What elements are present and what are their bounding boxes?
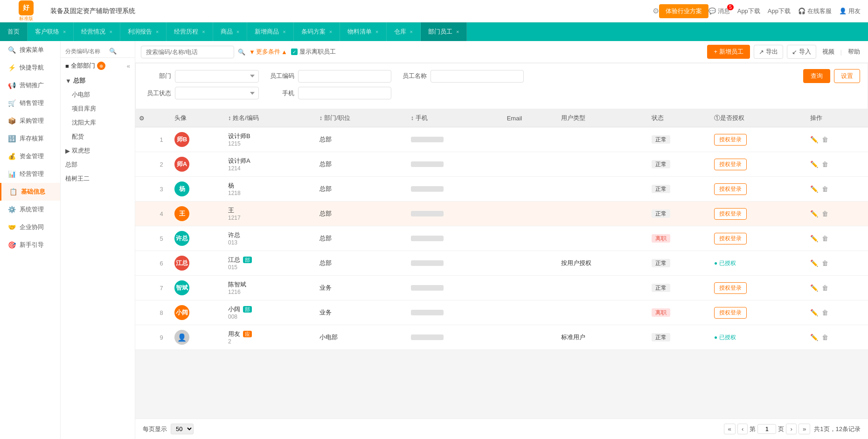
th-phone[interactable]: ↕ 手机 xyxy=(407,109,503,127)
delete-icon[interactable]: 🗑 xyxy=(822,259,828,267)
first-page-btn[interactable]: « xyxy=(724,424,736,434)
delete-icon[interactable]: 🗑 xyxy=(822,284,828,292)
add-employee-button[interactable]: + 新增员工 xyxy=(707,45,750,59)
sidebar-item-collab[interactable]: 🤝 企业协同 xyxy=(0,218,60,236)
dept-select[interactable] xyxy=(175,70,259,83)
tree-search-input[interactable] xyxy=(65,48,107,55)
gear-icon[interactable]: ⚙ xyxy=(653,7,659,15)
close-icon[interactable]: × xyxy=(156,29,159,35)
nav-tab-home[interactable]: 首页 xyxy=(0,22,28,41)
edit-icon[interactable]: ✏️ xyxy=(810,136,818,143)
sidebar-item-finance[interactable]: 💰 资金管理 xyxy=(0,147,60,165)
emp-name-input[interactable] xyxy=(431,70,524,83)
message-icon[interactable]: 💬 5 消息 xyxy=(708,7,730,15)
edit-icon[interactable]: ✏️ xyxy=(810,284,818,292)
delete-icon[interactable]: 🗑 xyxy=(822,309,828,316)
status-select[interactable] xyxy=(175,87,259,99)
close-icon[interactable]: × xyxy=(329,29,332,35)
nav-tab-goods[interactable]: 商品 × xyxy=(213,22,247,41)
auth-button[interactable]: 授权登录 xyxy=(714,233,747,244)
sidebar-item-system[interactable]: ⚙️ 系统管理 xyxy=(0,201,60,218)
tree-collapse-icon[interactable]: « xyxy=(127,63,130,70)
auth-button[interactable]: 授权登录 xyxy=(714,282,747,294)
edit-icon[interactable]: ✏️ xyxy=(810,210,818,217)
close-icon[interactable]: × xyxy=(456,29,459,35)
app-download-text[interactable]: App下载 xyxy=(768,7,791,15)
nav-tab-profit[interactable]: 利润报告 × xyxy=(120,22,167,41)
delete-icon[interactable]: 🗑 xyxy=(822,185,828,193)
tree-node-xiangmukufang[interactable]: 项目库房 xyxy=(61,102,135,116)
close-icon[interactable]: × xyxy=(283,29,285,35)
nav-tab-bom[interactable]: 物料清单 × xyxy=(340,22,386,41)
more-filter-btn[interactable]: ▼ 更多条件 ▲ xyxy=(249,48,287,56)
tree-node-shuanghu[interactable]: ▶ 双虎想 xyxy=(61,144,135,158)
tree-header[interactable]: ■ 全部部门 ⊕ « xyxy=(61,58,135,74)
video-link[interactable]: 视频 xyxy=(820,45,837,58)
tree-add-icon[interactable]: ⊕ xyxy=(97,62,105,70)
close-icon[interactable]: × xyxy=(109,29,112,35)
tree-search-icon[interactable]: 🔍 xyxy=(109,48,117,55)
nav-tab-history[interactable]: 经营历程 × xyxy=(167,22,213,41)
nav-tab-customer[interactable]: 客户联络 × xyxy=(28,22,74,41)
edit-icon[interactable]: ✏️ xyxy=(810,259,818,267)
delete-icon[interactable]: 🗑 xyxy=(822,235,828,242)
edit-icon[interactable]: ✏️ xyxy=(810,309,818,316)
close-icon[interactable]: × xyxy=(375,29,378,35)
phone-input[interactable] xyxy=(298,87,391,99)
sidebar-item-search[interactable]: 🔍 搜索菜单 xyxy=(0,41,60,59)
sidebar-item-guide[interactable]: 🎯 新手引导 xyxy=(0,236,60,254)
auth-button[interactable]: 授权登录 xyxy=(714,134,747,146)
sidebar-item-sales[interactable]: 🛒 销售管理 xyxy=(0,94,60,112)
sidebar-item-basic[interactable]: 📋 基础信息 xyxy=(0,183,60,201)
tree-node-peihuo[interactable]: 配货 xyxy=(61,130,135,144)
auth-button[interactable]: 授权登录 xyxy=(714,183,747,195)
sidebar-item-operation[interactable]: 📊 经营管理 xyxy=(0,165,60,183)
sidebar-item-inventory[interactable]: 🔢 库存核算 xyxy=(0,130,60,147)
tree-node-zhishu[interactable]: 植树王二 xyxy=(61,172,135,186)
tree-node-xiaodibu[interactable]: 小电部 xyxy=(61,88,135,102)
show-leaving-checkbox[interactable]: ✓ xyxy=(291,49,298,55)
user-avatar[interactable]: 👤 用友 xyxy=(839,7,861,15)
tree-node-zongbu[interactable]: ▼ 总部 xyxy=(61,74,135,88)
delete-icon[interactable]: 🗑 xyxy=(822,160,828,168)
th-settings[interactable]: ⚙ xyxy=(135,109,152,127)
show-leaving-toggle[interactable]: ✓ 显示离职员工 xyxy=(291,48,336,56)
page-size-select[interactable]: 50 xyxy=(171,424,194,434)
search-icon-filter[interactable]: 🔍 xyxy=(238,49,245,56)
edit-icon[interactable]: ✏️ xyxy=(810,160,818,168)
close-icon[interactable]: × xyxy=(410,29,413,35)
nav-tab-add-goods[interactable]: 新增商品 × xyxy=(247,22,293,41)
auth-button[interactable]: 授权登录 xyxy=(714,307,747,319)
emp-code-input[interactable] xyxy=(298,70,391,83)
th-name[interactable]: ↕ 姓名/编码 xyxy=(224,109,316,127)
edit-icon[interactable]: ✏️ xyxy=(810,334,818,341)
import-button[interactable]: ↙ 导入 xyxy=(787,45,816,59)
th-dept[interactable]: ↕ 部门/职位 xyxy=(316,109,407,127)
last-page-btn[interactable]: » xyxy=(799,424,810,434)
auth-button[interactable]: 授权登录 xyxy=(714,159,747,170)
next-page-btn[interactable]: › xyxy=(786,424,796,434)
search-button[interactable]: 查询 xyxy=(803,69,830,83)
close-icon[interactable]: × xyxy=(236,29,239,35)
sidebar-item-marketing[interactable]: 📢 营销推广 xyxy=(0,77,60,94)
online-service-link[interactable]: 🎧 在线客服 xyxy=(798,7,832,15)
nav-tab-operation[interactable]: 经营情况 × xyxy=(74,22,120,41)
edit-icon[interactable]: ✏️ xyxy=(810,235,818,242)
nav-tab-barcode[interactable]: 条码方案 × xyxy=(294,22,340,41)
close-icon[interactable]: × xyxy=(63,29,66,35)
set-button[interactable]: 设置 xyxy=(834,69,860,83)
search-input[interactable] xyxy=(141,46,234,58)
delete-icon[interactable]: 🗑 xyxy=(822,136,828,143)
sidebar-item-purchase[interactable]: 📦 采购管理 xyxy=(0,112,60,130)
sidebar-item-quicknav[interactable]: ⚡ 快捷导航 xyxy=(0,59,60,77)
app-download-link[interactable]: App下载 xyxy=(737,7,760,15)
nav-tab-employee[interactable]: 部门员工 × xyxy=(421,22,467,41)
tree-node-zongbu2[interactable]: 总部 xyxy=(61,158,135,172)
delete-icon[interactable]: 🗑 xyxy=(822,334,828,341)
delete-icon[interactable]: 🗑 xyxy=(822,210,828,217)
prev-page-btn[interactable]: ‹ xyxy=(737,424,748,434)
tree-node-shenyangdaku[interactable]: 沈阳大库 xyxy=(61,116,135,130)
edit-icon[interactable]: ✏️ xyxy=(810,185,818,193)
help-link[interactable]: 帮助 xyxy=(846,45,862,58)
auth-button[interactable]: 授权登录 xyxy=(714,208,747,220)
